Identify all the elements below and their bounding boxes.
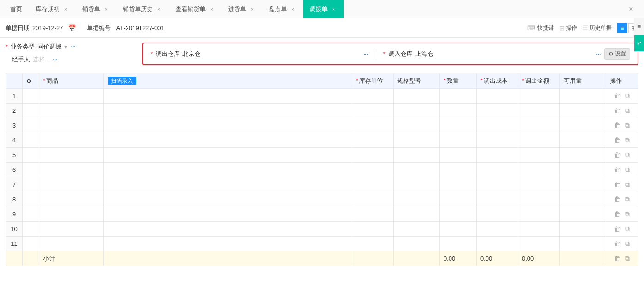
tab-close-sales-order[interactable]: × <box>103 6 109 12</box>
cell-product[interactable] <box>39 118 104 133</box>
cell-unit[interactable] <box>352 118 394 133</box>
cell-qty[interactable] <box>440 104 477 118</box>
tab-sales-order[interactable]: 销货单 × <box>76 0 116 18</box>
cell-amount[interactable] <box>518 163 560 177</box>
biz-type-select[interactable]: 同价调拨 ▼ <box>37 43 68 51</box>
cell-unit[interactable] <box>352 207 394 222</box>
tab-stocktake[interactable]: 盘点单 × <box>262 0 303 18</box>
tab-home[interactable]: 首页 <box>4 0 29 18</box>
shortcut-btn[interactable]: ⌨ 快捷键 <box>527 24 554 32</box>
cell-cost[interactable] <box>477 89 518 104</box>
cell-amount[interactable] <box>518 192 560 207</box>
tab-sales-history[interactable]: 销货单历史 × <box>116 0 169 18</box>
handler-more-btn[interactable]: ··· <box>53 55 57 64</box>
cell-scan[interactable] <box>104 163 352 177</box>
cell-unit[interactable] <box>352 148 394 163</box>
history-btn[interactable]: ☰ 历史单据 <box>583 24 612 32</box>
delete-row-btn[interactable]: 🗑 <box>613 136 621 144</box>
cell-cost[interactable] <box>477 192 518 207</box>
tab-inventory-init[interactable]: 库存期初 × <box>29 0 76 18</box>
cell-product[interactable] <box>39 163 104 177</box>
cell-qty[interactable] <box>440 237 477 251</box>
delete-row-btn[interactable]: 🗑 <box>613 195 621 203</box>
cell-available[interactable] <box>560 207 606 222</box>
tab-close-view-sales[interactable]: × <box>208 6 215 12</box>
cell-scan[interactable] <box>104 89 352 104</box>
cell-amount[interactable] <box>518 148 560 163</box>
copy-row-btn[interactable]: ⧉ <box>623 92 632 100</box>
copy-row-btn[interactable]: ⧉ <box>623 136 632 145</box>
scan-entry-btn[interactable]: 扫码录入 <box>108 77 136 85</box>
cell-product[interactable] <box>39 148 104 163</box>
cell-unit[interactable] <box>352 177 394 192</box>
cell-spec[interactable] <box>394 133 440 148</box>
tab-close-sales-history[interactable]: × <box>156 6 162 12</box>
cell-product[interactable] <box>39 207 104 222</box>
cell-cost[interactable] <box>477 177 518 192</box>
cell-scan[interactable] <box>104 177 352 192</box>
date-picker-icon[interactable]: 📅 <box>68 24 76 32</box>
handler-input[interactable]: 选择... <box>33 55 50 64</box>
cell-available[interactable] <box>560 192 606 207</box>
table-wrapper[interactable]: ⚙ *商品 扫码录入 *库存单位 规格型号 *数量 <box>6 73 638 266</box>
cell-amount[interactable] <box>518 237 560 251</box>
delete-row-btn[interactable]: 🗑 <box>613 180 621 189</box>
copy-row-btn[interactable]: ⧉ <box>623 181 632 189</box>
cell-cost[interactable] <box>477 222 518 237</box>
sidebar-expand-icon[interactable]: ⤢ <box>634 35 644 52</box>
cell-qty[interactable] <box>440 222 477 237</box>
cell-qty[interactable] <box>440 177 477 192</box>
cell-cost[interactable] <box>477 133 518 148</box>
tab-close-stocktake[interactable]: × <box>290 6 296 12</box>
settings-col-icon[interactable]: ⚙ <box>26 78 32 85</box>
cell-scan[interactable] <box>104 133 352 148</box>
cell-qty[interactable] <box>440 192 477 207</box>
copy-row-btn[interactable]: ⧉ <box>623 122 632 130</box>
cell-cost[interactable] <box>477 118 518 133</box>
subtotal-copy-btn[interactable]: ⧉ <box>623 255 632 263</box>
delete-row-btn[interactable]: 🗑 <box>613 106 621 115</box>
cell-scan[interactable] <box>104 104 352 118</box>
cell-available[interactable] <box>560 237 606 251</box>
copy-row-btn[interactable]: ⧉ <box>623 107 632 115</box>
operation-btn[interactable]: ⊞ 操作 <box>559 24 577 32</box>
cell-available[interactable] <box>560 133 606 148</box>
cell-product[interactable] <box>39 104 104 118</box>
cell-qty[interactable] <box>440 118 477 133</box>
cell-spec[interactable] <box>394 222 440 237</box>
cell-spec[interactable] <box>394 237 440 251</box>
cell-qty[interactable] <box>440 163 477 177</box>
biz-type-more-btn[interactable]: ··· <box>71 43 75 51</box>
cell-unit[interactable] <box>352 192 394 207</box>
cell-spec[interactable] <box>394 163 440 177</box>
cell-amount[interactable] <box>518 89 560 104</box>
copy-row-btn[interactable]: ⧉ <box>623 166 632 174</box>
cell-available[interactable] <box>560 89 606 104</box>
cell-scan[interactable] <box>104 192 352 207</box>
cell-scan[interactable] <box>104 222 352 237</box>
cell-spec[interactable] <box>394 177 440 192</box>
cell-scan[interactable] <box>104 118 352 133</box>
delete-row-btn[interactable]: 🗑 <box>613 121 621 129</box>
view-list-btn[interactable]: ≡ <box>617 23 627 33</box>
cell-unit[interactable] <box>352 237 394 251</box>
cell-product[interactable] <box>39 89 104 104</box>
cell-cost[interactable] <box>477 237 518 251</box>
cell-cost[interactable] <box>477 163 518 177</box>
cell-spec[interactable] <box>394 192 440 207</box>
cell-available[interactable] <box>560 148 606 163</box>
delete-row-btn[interactable]: 🗑 <box>613 210 621 218</box>
cell-unit[interactable] <box>352 89 394 104</box>
delete-row-btn[interactable]: 🗑 <box>613 151 621 159</box>
cell-product[interactable] <box>39 133 104 148</box>
cell-available[interactable] <box>560 177 606 192</box>
tab-transfer[interactable]: 调拨单 × <box>303 0 344 18</box>
cell-product[interactable] <box>39 177 104 192</box>
cell-unit[interactable] <box>352 104 394 118</box>
tab-close-purchase[interactable]: × <box>249 6 255 12</box>
cell-cost[interactable] <box>477 207 518 222</box>
copy-row-btn[interactable]: ⧉ <box>623 151 632 159</box>
cell-amount[interactable] <box>518 133 560 148</box>
warehouse-out-more-btn[interactable]: ··· <box>363 50 368 58</box>
cell-cost[interactable] <box>477 148 518 163</box>
